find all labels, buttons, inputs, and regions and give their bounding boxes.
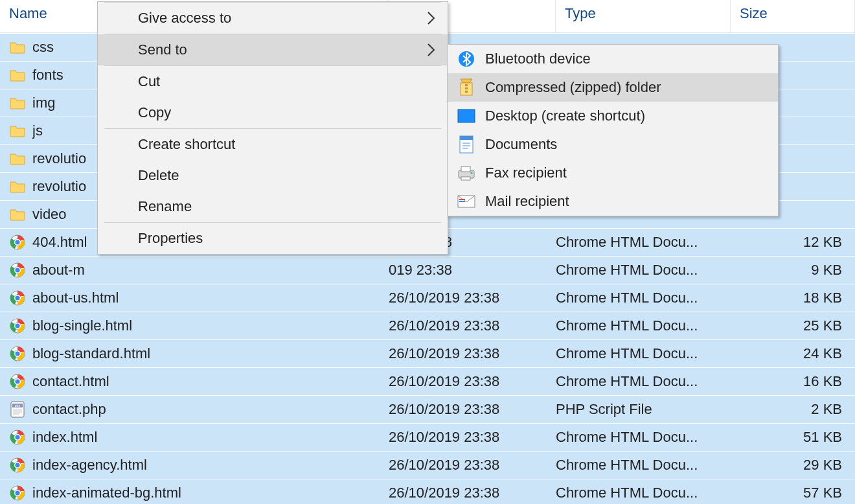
submenu-item[interactable]: Compressed (zipped) folder <box>448 73 778 102</box>
svg-point-4 <box>15 240 19 244</box>
file-size: 16 KB <box>731 373 855 390</box>
fax-icon <box>457 163 476 183</box>
file-name: blog-standard.html <box>32 345 150 362</box>
file-name: about-m <box>32 262 85 279</box>
folder-icon <box>9 95 26 111</box>
file-type: Chrome HTML Docu... <box>556 262 731 279</box>
svg-rect-54 <box>465 87 468 89</box>
file-name: css <box>32 39 54 56</box>
file-type: Chrome HTML Docu... <box>556 234 731 251</box>
menu-item[interactable]: Delete <box>98 160 448 191</box>
file-name: index-animated-bg.html <box>32 485 181 501</box>
submenu-item[interactable]: Desktop (create shortcut) <box>448 102 778 130</box>
file-name: js <box>32 122 43 139</box>
svg-text:php: php <box>15 404 21 407</box>
menu-item-label: Delete <box>138 167 179 184</box>
folder-icon <box>9 178 26 195</box>
menu-item-label: Cut <box>138 73 160 90</box>
submenu-item-label: Compressed (zipped) folder <box>485 79 661 96</box>
file-type: Chrome HTML Docu... <box>556 290 731 306</box>
file-size: 25 KB <box>731 317 855 334</box>
file-type: Chrome HTML Docu... <box>556 485 731 501</box>
file-name: index.html <box>32 429 97 446</box>
table-row[interactable]: blog-single.html26/10/2019 23:38Chrome H… <box>0 312 855 339</box>
file-date: 26/10/2019 23:38 <box>389 485 556 501</box>
table-row[interactable]: about-m019 23:38Chrome HTML Docu...9 KB <box>0 256 855 284</box>
menu-item-label: Properties <box>138 230 203 247</box>
svg-rect-58 <box>460 136 473 140</box>
folder-icon <box>9 67 26 84</box>
svg-rect-55 <box>465 91 468 93</box>
table-row[interactable]: phpcontact.php26/10/2019 23:38PHP Script… <box>0 395 855 423</box>
zip-icon <box>457 78 476 97</box>
sendto-submenu: Bluetooth deviceCompressed (zipped) fold… <box>447 44 779 216</box>
file-size: 12 KB <box>731 234 855 251</box>
svg-point-9 <box>15 268 19 272</box>
submenu-item[interactable]: Bluetooth device <box>448 45 778 73</box>
submenu-item[interactable]: Documents <box>448 130 778 159</box>
svg-rect-64 <box>461 177 470 180</box>
table-row[interactable]: contact.html26/10/2019 23:38Chrome HTML … <box>0 367 855 395</box>
svg-rect-68 <box>459 201 465 202</box>
context-menu: Give access toSend toCutCopyCreate short… <box>97 1 448 255</box>
file-name: index-agency.html <box>32 457 147 474</box>
file-date: 26/10/2019 23:38 <box>389 401 556 418</box>
file-name: video <box>32 206 67 223</box>
table-row[interactable]: index-agency.html26/10/2019 23:38Chrome … <box>0 451 855 479</box>
chrome-icon <box>9 290 26 306</box>
file-name: fonts <box>32 67 63 84</box>
file-type: Chrome HTML Docu... <box>556 429 731 446</box>
submenu-item-label: Bluetooth device <box>485 51 591 67</box>
svg-point-45 <box>15 463 19 467</box>
file-date: 26/10/2019 23:38 <box>389 290 556 306</box>
svg-point-14 <box>15 295 19 300</box>
svg-rect-56 <box>458 109 475 122</box>
svg-point-40 <box>15 435 19 439</box>
folder-icon <box>9 122 26 139</box>
submenu-item-label: Mail recipient <box>485 193 569 210</box>
chevron-right-icon <box>427 11 436 25</box>
file-date: 26/10/2019 23:38 <box>389 373 556 390</box>
file-size: 2 KB <box>731 401 855 418</box>
table-row[interactable]: index-animated-bg.html26/10/2019 23:38Ch… <box>0 479 855 504</box>
column-header-size[interactable]: Size <box>731 0 855 32</box>
table-row[interactable]: index.html26/10/2019 23:38Chrome HTML Do… <box>0 423 855 451</box>
file-date: 26/10/2019 23:38 <box>389 345 556 362</box>
svg-rect-53 <box>465 84 468 86</box>
file-size: 29 KB <box>731 457 855 474</box>
file-name: img <box>32 95 55 111</box>
menu-item[interactable]: Cut <box>98 66 448 97</box>
svg-rect-67 <box>459 199 465 200</box>
file-name: revolutio <box>32 178 86 195</box>
bluetooth-icon <box>457 49 476 69</box>
submenu-item[interactable]: Mail recipient <box>448 187 778 216</box>
svg-rect-63 <box>461 166 470 172</box>
menu-item[interactable]: Properties <box>98 223 448 254</box>
menu-item[interactable]: Rename <box>98 191 448 222</box>
folder-icon <box>9 39 26 56</box>
menu-item-label: Copy <box>138 104 171 121</box>
file-date: 26/10/2019 23:38 <box>389 317 556 334</box>
menu-item[interactable]: Create shortcut <box>98 129 448 160</box>
column-header-type[interactable]: Type <box>556 0 731 32</box>
documents-icon <box>457 135 476 154</box>
menu-item-label: Send to <box>138 41 187 58</box>
table-row[interactable]: about-us.html26/10/2019 23:38Chrome HTML… <box>0 284 855 312</box>
table-row[interactable]: blog-standard.html26/10/2019 23:38Chrome… <box>0 339 855 367</box>
svg-point-29 <box>15 379 19 384</box>
chrome-icon <box>9 457 26 474</box>
svg-point-24 <box>15 351 19 356</box>
desktop-icon <box>457 106 476 126</box>
chevron-right-icon <box>427 43 436 57</box>
submenu-item[interactable]: Fax recipient <box>448 159 778 187</box>
menu-item-label: Create shortcut <box>138 136 235 153</box>
submenu-item-label: Fax recipient <box>485 165 567 181</box>
chrome-icon <box>9 262 26 279</box>
file-name: contact.php <box>32 401 106 418</box>
menu-item[interactable]: Send to <box>98 34 448 65</box>
menu-item[interactable]: Copy <box>98 97 448 128</box>
menu-item[interactable]: Give access to <box>98 3 448 34</box>
submenu-item-label: Documents <box>485 136 557 153</box>
chrome-icon <box>9 317 26 334</box>
file-size: 57 KB <box>731 485 855 501</box>
